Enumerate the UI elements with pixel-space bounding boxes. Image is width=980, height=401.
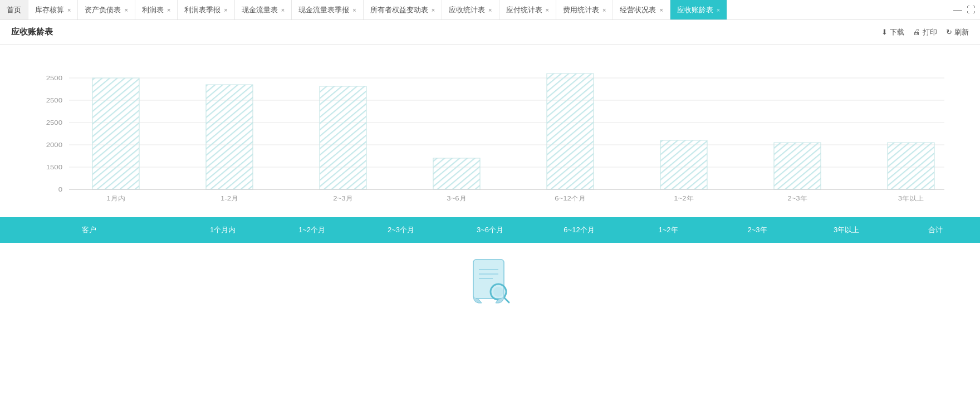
svg-text:0: 0 [58, 186, 63, 193]
tab-inventory-close[interactable]: × [67, 7, 71, 13]
refresh-label: 刷新 [954, 27, 969, 37]
tab-profit-quarterly-close[interactable]: × [224, 7, 227, 13]
col-total: 合计 [891, 225, 980, 235]
tab-bar: 首页 库存核算 × 资产负债表 × 利润表 × 利润表季报 × 现金流量表 × … [0, 0, 980, 20]
tab-expense-stat[interactable]: 费用统计表 × [556, 0, 613, 20]
refresh-icon: ↻ [946, 28, 952, 36]
tab-profit-close[interactable]: × [167, 7, 170, 13]
tab-balance-sheet-close[interactable]: × [124, 7, 128, 13]
bar-chart: 2500 2500 2500 2000 1500 0 [22, 56, 958, 212]
svg-text:2500: 2500 [46, 119, 63, 126]
tab-cashflow-quarterly[interactable]: 现金流量表季报 × [292, 0, 363, 20]
svg-text:3~6月: 3~6月 [447, 195, 466, 202]
svg-text:2~3月: 2~3月 [333, 195, 352, 202]
svg-text:2500: 2500 [46, 97, 63, 104]
maximize-icon[interactable]: ⛶ [967, 5, 976, 15]
header-actions: ⬇ 下载 🖨 打印 ↻ 刷新 [881, 27, 969, 37]
refresh-button[interactable]: ↻ 刷新 [946, 27, 969, 37]
svg-text:3年以上: 3年以上 [898, 195, 924, 202]
tab-inventory[interactable]: 库存核算 × [28, 0, 78, 20]
tab-balance-sheet-label: 资产负债表 [85, 5, 121, 15]
tab-operation-label: 经营状况表 [620, 5, 656, 15]
col-customer: 客户 [0, 225, 178, 235]
table-section: 客户 1个月内 1~2个月 2~3个月 3~6个月 6~12个月 1~2年 2~… [0, 217, 980, 401]
download-icon: ⬇ [881, 28, 888, 36]
tab-expense-stat-label: 费用统计表 [563, 5, 599, 15]
tab-cashflow-quarterly-label: 现金流量表季报 [298, 5, 349, 15]
tab-cashflow-close[interactable]: × [281, 7, 285, 13]
print-icon: 🖨 [913, 28, 920, 36]
svg-text:1-2月: 1-2月 [220, 195, 238, 202]
tab-ap-stat[interactable]: 应付统计表 × [499, 0, 556, 20]
tab-balance-sheet[interactable]: 资产负债表 × [78, 0, 135, 20]
tab-operation-close[interactable]: × [659, 7, 663, 13]
col-1-2year: 1~2年 [624, 225, 713, 235]
bar-2-3年 [774, 143, 821, 189]
page-header: 应收账龄表 ⬇ 下载 🖨 打印 ↻ 刷新 [0, 20, 980, 45]
tab-ar-aging[interactable]: 应收账龄表 × [670, 0, 727, 20]
empty-icon [462, 254, 518, 310]
svg-line-29 [504, 297, 509, 302]
svg-text:1500: 1500 [46, 164, 63, 171]
col-3-6month: 3~6个月 [445, 225, 535, 235]
main-content: 2500 2500 2500 2000 1500 0 [0, 45, 980, 401]
svg-text:1月内: 1月内 [106, 195, 125, 202]
tab-ar-stat[interactable]: 应收统计表 × [442, 0, 499, 20]
minimize-icon[interactable]: — [953, 5, 962, 15]
bar-1月内 [92, 78, 139, 189]
tab-ar-stat-close[interactable]: × [488, 7, 492, 13]
tab-inventory-label: 库存核算 [35, 5, 64, 15]
col-2-3year: 2~3年 [713, 225, 802, 235]
table-header: 客户 1个月内 1~2个月 2~3个月 3~6个月 6~12个月 1~2年 2~… [0, 217, 980, 243]
tab-operation[interactable]: 经营状况表 × [613, 0, 670, 20]
bar-1-2年 [660, 140, 707, 189]
tab-profit-label: 利润表 [142, 5, 164, 15]
tab-equity-close[interactable]: × [432, 7, 435, 13]
bar-2-3月 [320, 86, 366, 189]
col-2-3month: 2~3个月 [356, 225, 445, 235]
page-title: 应收账龄表 [11, 27, 53, 37]
col-3year-plus: 3年以上 [802, 225, 891, 235]
tab-ap-stat-label: 应付统计表 [506, 5, 542, 15]
svg-text:2~3年: 2~3年 [787, 195, 807, 202]
bar-1-2月 [206, 85, 253, 189]
tab-ar-aging-label: 应收账龄表 [677, 5, 713, 15]
tab-ap-stat-close[interactable]: × [546, 7, 549, 13]
svg-text:1~2年: 1~2年 [674, 195, 693, 202]
tab-profit-quarterly[interactable]: 利润表季报 × [178, 0, 234, 20]
tab-home[interactable]: 首页 [0, 0, 28, 20]
bar-3-6月 [433, 158, 480, 189]
download-label: 下载 [890, 27, 904, 37]
bar-3年以上 [888, 143, 934, 189]
empty-state [0, 243, 980, 343]
tab-cashflow-label: 现金流量表 [242, 5, 278, 15]
svg-point-28 [493, 287, 503, 297]
tab-ar-aging-close[interactable]: × [717, 7, 720, 13]
svg-text:2000: 2000 [46, 141, 63, 149]
col-6-12month: 6~12个月 [535, 225, 624, 235]
tab-expense-stat-close[interactable]: × [602, 7, 606, 13]
tab-profit[interactable]: 利润表 × [135, 0, 178, 20]
tab-cashflow[interactable]: 现金流量表 × [235, 0, 292, 20]
download-button[interactable]: ⬇ 下载 [881, 27, 904, 37]
col-1-2month: 1~2个月 [267, 225, 356, 235]
tab-equity-label: 所有者权益变动表 [370, 5, 428, 15]
tab-home-label: 首页 [7, 5, 21, 15]
col-1month: 1个月内 [178, 225, 267, 235]
svg-text:2500: 2500 [46, 75, 63, 82]
tab-equity[interactable]: 所有者权益变动表 × [364, 0, 442, 20]
tab-window-controls: — ⛶ [949, 5, 980, 15]
tab-cashflow-quarterly-close[interactable]: × [352, 7, 356, 13]
tab-ar-stat-label: 应收统计表 [449, 5, 485, 15]
bar-6-12月 [547, 74, 594, 189]
print-label: 打印 [923, 27, 937, 37]
print-button[interactable]: 🖨 打印 [913, 27, 937, 37]
svg-text:6~12个月: 6~12个月 [555, 195, 586, 202]
chart-area: 2500 2500 2500 2000 1500 0 [0, 45, 980, 217]
tab-profit-quarterly-label: 利润表季报 [184, 5, 220, 15]
